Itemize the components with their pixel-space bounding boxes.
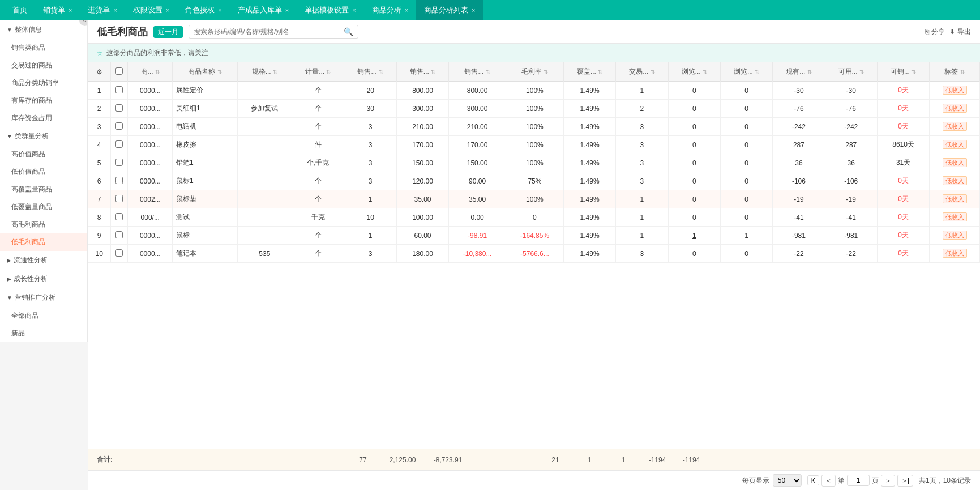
col-sales-profit[interactable]: 销售... ⇅ (449, 62, 506, 82)
row-checkbox[interactable] (111, 154, 128, 172)
row-select-checkbox[interactable] (115, 231, 123, 238)
col-views2[interactable]: 浏览... ⇅ (720, 62, 772, 82)
row-select-checkbox[interactable] (115, 195, 123, 202)
row-select-checkbox[interactable] (115, 86, 123, 93)
row-select-checkbox[interactable] (115, 140, 123, 148)
col-sales-price[interactable]: 销售... ⇅ (396, 62, 448, 82)
col-sellable-days[interactable]: 可销... ⇅ (877, 62, 929, 82)
sidebar-item-inventory-capital[interactable]: 库存资金占用 (0, 109, 87, 127)
sidebar-group-cluster[interactable]: ▼ 类群量分析 (0, 127, 87, 146)
total-sales-price: 2,125.00 (380, 456, 425, 464)
per-page-select[interactable]: 50 20 100 (773, 474, 802, 487)
row-checkbox[interactable] (111, 245, 128, 263)
row-sales-profit: 210.00 (449, 118, 506, 136)
col-spec[interactable]: 规格... ⇅ (237, 62, 292, 82)
close-icon[interactable]: × (472, 7, 475, 14)
col-settings[interactable]: ⚙ (88, 62, 111, 82)
nav-product-analysis-list[interactable]: 商品分析列表 × (416, 0, 483, 20)
close-icon[interactable]: × (352, 7, 356, 14)
col-coverage[interactable]: 覆盖... ⇅ (563, 62, 615, 82)
sidebar-group-overall[interactable]: ▼ 整体信息 (0, 20, 87, 39)
nav-sales-order[interactable]: 销货单 × (35, 0, 80, 20)
row-views1: 0 (668, 118, 720, 136)
sidebar-group-marketing[interactable]: ▼ 营销推广分析 (0, 288, 87, 307)
row-checkbox[interactable] (111, 136, 128, 154)
row-checkbox[interactable] (111, 118, 128, 136)
prev-page-button[interactable]: ＜ (821, 475, 836, 487)
sidebar-item-traded-products[interactable]: 交易过的商品 (0, 57, 87, 74)
row-views1[interactable]: 1 (668, 227, 720, 245)
row-checkbox[interactable] (111, 100, 128, 118)
close-icon[interactable]: × (113, 7, 117, 14)
sidebar-item-high-coverage[interactable]: 高覆盖量商品 (0, 181, 87, 198)
nav-home[interactable]: 首页 (5, 0, 35, 20)
sidebar-item-all-products[interactable]: 全部商品 (0, 307, 87, 325)
row-checkbox[interactable] (111, 227, 128, 245)
sidebar-item-high-value[interactable]: 高价值商品 (0, 146, 87, 163)
nav-permissions[interactable]: 权限设置 × (125, 0, 177, 20)
nav-purchase-order[interactable]: 进货单 × (80, 0, 125, 20)
row-transactions: 3 (616, 118, 668, 136)
share-button[interactable]: ⎘ 分享 (925, 27, 945, 37)
row-sellable-days: 8610天 (877, 136, 929, 154)
sidebar-item-new-products[interactable]: 新品 (0, 325, 87, 342)
col-tag[interactable]: 标签 ⇅ (930, 62, 980, 82)
row-select-checkbox[interactable] (115, 177, 123, 184)
row-checkbox[interactable] (111, 190, 128, 208)
select-all-checkbox[interactable] (115, 67, 123, 75)
nav-template-settings[interactable]: 单据模板设置 × (297, 0, 363, 20)
sidebar-item-high-margin[interactable]: 高毛利商品 (0, 216, 87, 233)
nav-role-auth[interactable]: 角色授权 × (177, 0, 229, 20)
row-checkbox[interactable] (111, 208, 128, 227)
row-unit: 个 (292, 245, 344, 263)
export-button[interactable]: ⬇ 导出 (949, 27, 971, 37)
nav-product-analysis[interactable]: 商品分析 × (364, 0, 416, 20)
row-select-checkbox[interactable] (115, 213, 123, 220)
close-icon[interactable]: × (218, 7, 221, 14)
col-transactions[interactable]: 交易... ⇅ (616, 62, 668, 82)
row-spec (237, 82, 292, 100)
row-sales-profit: 0.00 (449, 208, 506, 227)
col-current-stock[interactable]: 现有... ⇅ (773, 62, 825, 82)
row-select-checkbox[interactable] (115, 104, 123, 112)
col-available-stock[interactable]: 可用... ⇅ (825, 62, 877, 82)
search-icon[interactable]: 🔍 (344, 27, 353, 36)
row-select-checkbox[interactable] (115, 249, 123, 257)
col-sales-qty[interactable]: 销售... ⇅ (344, 62, 396, 82)
sidebar-group-circulation[interactable]: ▶ 流通性分析 (0, 251, 87, 270)
close-icon[interactable]: × (69, 7, 72, 14)
row-name: 鼠标垫 (173, 190, 238, 208)
col-name[interactable]: 商品名称 ⇅ (173, 62, 238, 82)
time-range-button[interactable]: 近一月 (153, 26, 183, 38)
next-page-button[interactable]: ＞ (881, 475, 895, 487)
close-icon[interactable]: × (285, 7, 289, 14)
close-icon[interactable]: × (405, 7, 408, 14)
row-checkbox[interactable] (111, 82, 128, 100)
search-input[interactable] (194, 28, 344, 36)
row-views1: 0 (668, 190, 720, 208)
close-icon[interactable]: × (166, 7, 169, 14)
row-select-checkbox[interactable] (115, 159, 123, 166)
row-transactions: 1 (616, 208, 668, 227)
last-page-button[interactable]: ＞| (897, 475, 913, 487)
sidebar-item-low-coverage[interactable]: 低覆盖量商品 (0, 198, 87, 216)
table-row: 7 0002... 鼠标垫 个 1 35.00 35.00 100% 1.49%… (88, 190, 980, 208)
row-tag: 低收入 (930, 172, 980, 190)
col-select-all[interactable] (111, 62, 128, 82)
sidebar-item-low-value[interactable]: 低价值商品 (0, 163, 87, 181)
first-page-button[interactable]: K (807, 475, 819, 485)
sidebar-group-growth[interactable]: ▶ 成长性分析 (0, 270, 87, 288)
col-gross-margin[interactable]: 毛利率 ⇅ (506, 62, 563, 82)
row-select-checkbox[interactable] (115, 122, 123, 130)
nav-finished-goods[interactable]: 产成品入库单 × (230, 0, 297, 20)
sidebar-item-sales-products[interactable]: 销售类商品 (0, 39, 87, 57)
col-unit[interactable]: 计量... ⇅ (292, 62, 344, 82)
row-checkbox[interactable] (111, 172, 128, 190)
col-views1[interactable]: 浏览... ⇅ (668, 62, 720, 82)
row-current-stock: 36 (773, 154, 825, 172)
page-number-input[interactable] (847, 475, 870, 486)
sidebar-item-in-stock[interactable]: 有库存的商品 (0, 92, 87, 109)
sidebar-item-category-sales-rate[interactable]: 商品分类助销率 (0, 74, 87, 92)
sidebar-item-low-margin[interactable]: 低毛利商品 (0, 233, 87, 251)
col-code[interactable]: 商... ⇅ (128, 62, 173, 82)
